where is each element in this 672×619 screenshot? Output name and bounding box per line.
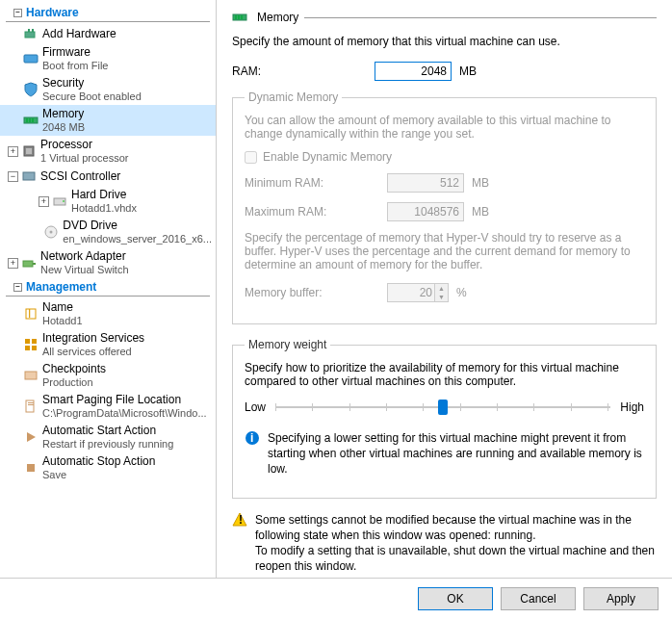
integration-icon xyxy=(23,337,39,352)
network-icon xyxy=(21,255,37,271)
dvd-icon xyxy=(43,224,59,240)
svg-rect-1 xyxy=(28,29,30,32)
paging-icon xyxy=(23,399,39,414)
svg-point-14 xyxy=(50,231,53,234)
svg-rect-30 xyxy=(235,15,237,19)
tree-network[interactable]: + Network AdapterNew Virtual Switch xyxy=(0,247,216,278)
svg-rect-10 xyxy=(23,172,35,180)
svg-rect-20 xyxy=(32,339,37,344)
max-ram-label: Maximum RAM: xyxy=(245,205,379,219)
svg-text:i: i xyxy=(250,431,253,445)
enable-dynamic-checkbox xyxy=(245,151,257,164)
svg-rect-7 xyxy=(32,118,34,122)
spinner-buttons: ▲▼ xyxy=(434,284,448,301)
svg-rect-0 xyxy=(25,32,35,38)
controller-icon xyxy=(21,168,37,184)
dynamic-blurb: You can allow the amount of memory avail… xyxy=(245,114,644,141)
buffer-label: Memory buffer: xyxy=(245,286,379,299)
tree-integration[interactable]: Integration ServicesAll services offered xyxy=(0,329,216,360)
processor-icon xyxy=(21,143,37,159)
tree-security[interactable]: SecuritySecure Boot enabled xyxy=(0,74,216,105)
ok-button[interactable]: OK xyxy=(418,587,493,610)
buffer-blurb: Specify the percentage of memory that Hy… xyxy=(245,231,644,271)
svg-rect-25 xyxy=(28,402,34,403)
svg-rect-15 xyxy=(23,261,33,267)
svg-rect-6 xyxy=(29,118,31,122)
tree-auto-stop[interactable]: Automatic Stop ActionSave xyxy=(0,452,216,483)
weight-info: Specifying a lower setting for this virt… xyxy=(268,430,644,477)
svg-rect-28 xyxy=(27,464,35,472)
svg-rect-32 xyxy=(241,15,243,19)
svg-rect-31 xyxy=(238,15,240,19)
warning-icon: ! xyxy=(232,512,247,528)
auto-start-icon xyxy=(23,429,39,445)
tree-add-hardware[interactable]: Add Hardware xyxy=(0,24,216,43)
apply-button[interactable]: Apply xyxy=(583,587,659,610)
panel-description: Specify the amount of memory that this v… xyxy=(232,35,657,48)
dialog-footer: OK Cancel Apply xyxy=(0,578,672,618)
expand-icon[interactable]: + xyxy=(39,196,49,207)
ram-label: RAM: xyxy=(232,64,367,78)
weight-high-label: High xyxy=(620,400,644,414)
svg-rect-24 xyxy=(26,400,34,412)
ram-unit: MB xyxy=(459,64,477,78)
info-icon: i xyxy=(245,430,260,446)
svg-text:I: I xyxy=(28,307,31,321)
weight-slider[interactable] xyxy=(275,398,610,417)
svg-rect-23 xyxy=(25,372,37,379)
memory-panel: Memory Specify the amount of memory that… xyxy=(217,0,672,578)
name-icon: I xyxy=(23,306,39,322)
shield-icon xyxy=(23,82,39,97)
cancel-button[interactable]: Cancel xyxy=(501,587,576,610)
svg-rect-16 xyxy=(33,263,36,265)
tree-auto-start[interactable]: Automatic Start ActionRestart if previou… xyxy=(0,422,216,452)
dynamic-memory-group: Dynamic Memory You can allow the amount … xyxy=(232,90,657,324)
svg-rect-5 xyxy=(26,118,28,122)
memory-icon xyxy=(232,10,247,25)
tree-processor[interactable]: + Processor1 Virtual processor xyxy=(0,136,216,167)
add-hardware-icon xyxy=(23,26,39,41)
tree-dvd-drive[interactable]: DVD Driveen_windows_server_2016_x6... xyxy=(0,217,216,247)
min-ram-input xyxy=(387,173,464,193)
collapse-icon[interactable]: − xyxy=(8,171,18,182)
hard-drive-icon xyxy=(52,193,67,209)
settings-tree[interactable]: − Hardware Add Hardware FirmwareBoot fro… xyxy=(0,0,217,578)
section-management: − Management xyxy=(6,278,210,297)
memory-icon xyxy=(23,113,39,128)
ram-input[interactable] xyxy=(375,62,452,81)
svg-point-12 xyxy=(63,200,65,202)
svg-rect-2 xyxy=(32,29,34,32)
firmware-icon xyxy=(23,51,39,66)
max-ram-input xyxy=(387,202,464,221)
min-ram-label: Minimum RAM: xyxy=(245,176,379,190)
checkpoints-icon xyxy=(23,368,39,383)
memory-weight-group: Memory weight Specify how to prioritize … xyxy=(232,338,657,499)
section-hardware: − Hardware xyxy=(6,4,210,22)
panel-title: Memory xyxy=(257,11,298,24)
warning-text: Some settings cannot be modified because… xyxy=(255,512,657,574)
svg-marker-27 xyxy=(27,432,36,442)
enable-dynamic-label: Enable Dynamic Memory xyxy=(263,150,392,164)
tree-name[interactable]: I NameHotadd1 xyxy=(0,298,216,329)
svg-rect-9 xyxy=(26,148,32,154)
svg-rect-19 xyxy=(25,339,30,344)
expand-icon[interactable]: + xyxy=(8,258,18,269)
tree-smart-paging[interactable]: Smart Paging File LocationC:\ProgramData… xyxy=(0,391,216,422)
svg-text:!: ! xyxy=(239,513,243,527)
expand-icon[interactable]: + xyxy=(8,146,18,157)
svg-rect-22 xyxy=(32,346,37,350)
weight-blurb: Specify how to prioritize the availabili… xyxy=(245,361,644,388)
tree-checkpoints[interactable]: CheckpointsProduction xyxy=(0,360,216,391)
tree-firmware[interactable]: FirmwareBoot from File xyxy=(0,43,216,74)
tree-scsi[interactable]: − SCSI Controller xyxy=(0,167,216,186)
tree-memory[interactable]: Memory2048 MB xyxy=(0,105,216,136)
svg-rect-21 xyxy=(25,346,30,350)
svg-rect-26 xyxy=(28,404,34,405)
auto-stop-icon xyxy=(23,460,39,476)
weight-low-label: Low xyxy=(245,400,266,414)
tree-hard-drive[interactable]: + Hard DriveHotadd1.vhdx xyxy=(0,186,216,217)
svg-rect-3 xyxy=(24,55,38,63)
